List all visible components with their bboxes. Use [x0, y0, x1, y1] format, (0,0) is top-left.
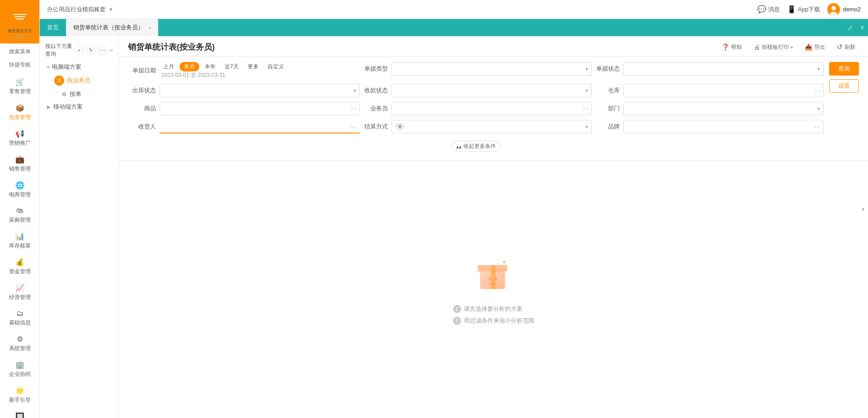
svg-point-10	[495, 277, 497, 280]
sidebar-item-apps[interactable]: 🔲 应用中心	[0, 408, 39, 418]
tab-close-window[interactable]: ×	[857, 24, 868, 32]
query-button[interactable]: 查询	[829, 62, 859, 76]
department-filter[interactable]: ▾	[623, 102, 824, 115]
sidebar-item-operations[interactable]: 📈 经营管理	[0, 279, 39, 305]
sidebar-item-finance[interactable]: 💰 资金管理	[0, 253, 39, 279]
expand-icon: ⤢	[848, 24, 853, 31]
out-status-input[interactable]	[160, 84, 360, 97]
date-filter-group: 上月 本月 本年 近7天 更多 自定义 2023-03-01 至 2023-03…	[160, 62, 360, 79]
tabbar: 首页 销货单统计表（按业务员） × ⤢ ×	[40, 19, 868, 36]
collapse-label: 收起更多条件	[463, 142, 496, 150]
empty-state: ✦ ✦ ✦ 1 请先选择要分析的方案 2	[119, 161, 868, 418]
filter-area: 单据日期 上月 本月 本年 近7天 更多 自定义	[119, 57, 868, 161]
print-button[interactable]: 🖨 按模板打印 ▾	[750, 42, 797, 52]
filter-row-4: 收货人 ··· 结算方式	[128, 120, 824, 133]
user-name: demo2	[843, 6, 861, 13]
date-btn-last-month[interactable]: 上月	[160, 62, 178, 71]
sidebar-item-newbie[interactable]: 🌟 新手引导	[0, 382, 39, 408]
doc-status-input[interactable]	[623, 62, 824, 76]
add-scheme-button[interactable]: +	[75, 46, 84, 55]
filter-fields: 单据日期 上月 本月 本年 近7天 更多 自定义	[128, 62, 824, 155]
goods-input[interactable]	[160, 102, 360, 115]
salesperson-input[interactable]	[392, 102, 592, 115]
sidebar-item-wholesale[interactable]: 📦 批发管理 ▴	[0, 99, 39, 125]
filter-actions: 查询 设置	[829, 62, 859, 93]
sidebar-item-base[interactable]: 🗂 基础信息	[0, 305, 39, 330]
payment-status-input[interactable]	[392, 84, 592, 97]
date-btn-more[interactable]: 更多	[244, 62, 262, 71]
dots-icon: ···	[815, 87, 820, 94]
date-btn-this-year[interactable]: 本年	[201, 62, 219, 71]
more-scheme-button[interactable]: ⋯	[98, 46, 107, 55]
tree-item-desktop[interactable]: ▾ 电脑端方案	[40, 61, 118, 73]
settlement-filter[interactable]: × ▾	[392, 120, 592, 133]
tab-sales-stat[interactable]: 销货单统计表（按业务员） ×	[66, 19, 158, 36]
step-2-number: 2	[453, 317, 461, 325]
department-input[interactable]	[623, 102, 824, 115]
by-order-icon: ☸	[61, 91, 67, 98]
logo-text: 畅捷通好生意	[2, 28, 38, 34]
sidebar-logo[interactable]: 畅捷通好生意 标准版	[0, 0, 39, 43]
breadcrumb-dropdown[interactable]: ▾	[109, 6, 113, 13]
brand-input[interactable]	[623, 120, 824, 133]
svg-text:✦: ✦	[476, 270, 479, 274]
refresh-button[interactable]: ↺ 刷新	[833, 42, 859, 52]
breadcrumb-text: 办公用品行业模拟账套	[47, 5, 106, 14]
out-status-filter[interactable]: ▾	[160, 84, 360, 97]
goods-filter[interactable]: ···	[160, 102, 360, 115]
sidebar-item-sales[interactable]: 💼 销售管理	[0, 151, 39, 176]
date-btn-7days[interactable]: 近7天	[221, 62, 242, 71]
settlement-input[interactable]: ×	[392, 120, 592, 133]
sidebar-search[interactable]: 搜索菜单	[0, 43, 39, 58]
sidebar-item-purchase[interactable]: 🛍 采购管理	[0, 202, 39, 228]
dots-icon: ···	[583, 105, 588, 112]
doc-type-input[interactable]	[392, 62, 592, 76]
doc-type-filter[interactable]: ▾	[392, 62, 592, 76]
tree-label-by-order: 按单	[70, 90, 81, 98]
date-btn-custom[interactable]: 自定义	[264, 62, 288, 71]
svg-point-9	[489, 277, 491, 280]
user-avatar-area[interactable]: demo2	[827, 3, 861, 16]
receiver-filter[interactable]: ···	[160, 120, 360, 133]
salesperson-filter[interactable]: ···	[392, 102, 592, 115]
warehouse-input[interactable]	[623, 84, 824, 97]
collapse-more-button[interactable]: ▴▴ 收起更多条件	[451, 141, 501, 152]
tree-grandchild-by-order[interactable]: ☸ 按单	[40, 88, 118, 100]
print-icon: 🖨	[754, 43, 760, 51]
payment-status-label: 收款状态	[360, 86, 392, 95]
panel-header-actions: + ✎ ⋯ «	[75, 46, 113, 55]
sidebar-quicknav[interactable]: 快捷导航	[0, 58, 39, 71]
left-panel-header: 按以下方案查询 + ✎ ⋯ «	[40, 40, 118, 61]
settings-button[interactable]: 设置	[829, 79, 859, 93]
tab-home[interactable]: 首页	[40, 19, 66, 36]
collapse-panel-button[interactable]: «	[110, 47, 113, 53]
brand-filter[interactable]: ···	[623, 120, 824, 133]
warehouse-filter[interactable]: ···	[623, 84, 824, 97]
tree-label-mobile: 移动端方案	[53, 103, 83, 111]
edit-scheme-button[interactable]: ✎	[86, 46, 95, 55]
tree-child-salesperson[interactable]: 员 按业务员	[40, 73, 118, 88]
message-button[interactable]: 💬 消息	[757, 5, 780, 14]
receiver-input[interactable]	[160, 120, 360, 133]
content-area: 按以下方案查询 + ✎ ⋯ « ▾ 电脑端方案	[40, 36, 868, 418]
tab-expand-icon[interactable]: ⤢	[844, 24, 857, 32]
sidebar-item-retail[interactable]: 🛒 零售管理 ▾	[0, 73, 39, 99]
doc-type-label: 单据类型	[360, 65, 392, 73]
sidebar-item-system[interactable]: ⚙ 系统管理	[0, 330, 39, 356]
sidebar-item-inventory[interactable]: 📊 库存核算	[0, 228, 39, 253]
logo-subtext: 标准版	[2, 34, 38, 40]
doc-status-filter[interactable]: ▾	[623, 62, 824, 76]
date-btn-this-month[interactable]: 本月	[179, 62, 199, 71]
tab-close-icon[interactable]: ×	[148, 25, 151, 30]
tree-item-mobile[interactable]: ▶ 移动端方案	[40, 100, 118, 113]
help-button[interactable]: ❓ 帮助	[718, 42, 745, 52]
app-download-button[interactable]: 📱 App下载	[787, 5, 820, 14]
sidebar: 畅捷通好生意 标准版 搜索菜单 快捷导航 🛒 零售管理 ▾ 📦 批发管理 ▴ 📢…	[0, 0, 40, 418]
topbar-right: 💬 消息 📱 App下载 demo2	[757, 3, 861, 16]
warehouse-label: 仓库	[592, 86, 623, 95]
sidebar-item-marketing[interactable]: 📢 营销推广	[0, 125, 39, 151]
export-button[interactable]: 📤 导出	[801, 42, 829, 52]
sidebar-item-enterprise[interactable]: 🏢 企业协同	[0, 356, 39, 382]
payment-status-filter[interactable]: ▾	[392, 84, 592, 97]
sidebar-item-ecommerce[interactable]: 🌐 电商管理	[0, 176, 39, 202]
